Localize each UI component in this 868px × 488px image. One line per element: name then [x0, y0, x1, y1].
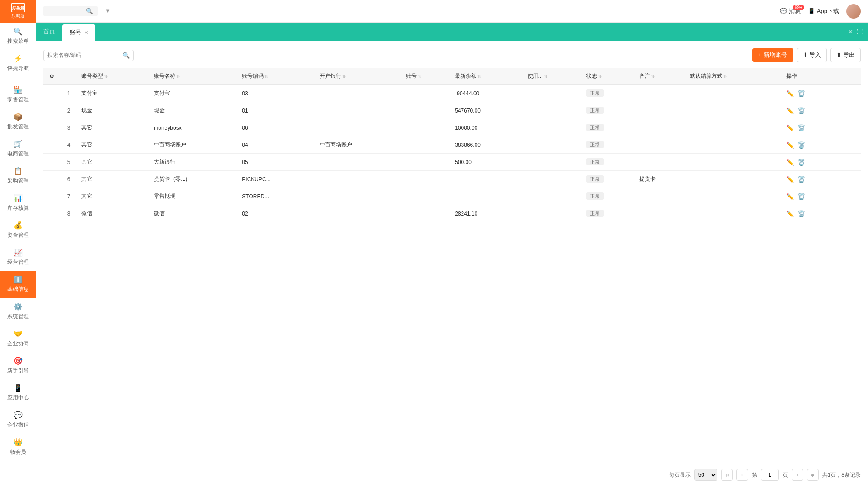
row-account-5	[402, 171, 451, 188]
sidebar-item-retail[interactable]: 🏪 零售管理	[0, 81, 36, 108]
delete-btn-2[interactable]: 🗑️	[797, 124, 805, 131]
row-status-7: 正常	[583, 205, 636, 222]
sidebar-item-weixin[interactable]: 💬 企业微信	[0, 406, 36, 433]
edit-btn-6[interactable]: ✏️	[786, 193, 794, 200]
col-remark[interactable]: 备注⇅	[636, 68, 687, 85]
maximize-icon[interactable]: ⛶	[857, 28, 863, 35]
delete-btn-0[interactable]: 🗑️	[797, 90, 805, 97]
col-account[interactable]: 账号⇅	[402, 68, 451, 85]
row-usage-4	[524, 154, 583, 171]
add-account-button[interactable]: + 新增账号	[752, 48, 793, 62]
pagination-last-btn[interactable]: ⏭	[807, 469, 819, 481]
sidebar-item-search[interactable]: 🔍 搜索菜单	[0, 23, 36, 50]
table-header-row: ⚙ 账号类型⇅ 账号名称⇅ 账号编码⇅ 开户银行⇅ 账号⇅ 最新余额⇅ 使用..…	[43, 68, 861, 85]
row-usage-3	[524, 136, 583, 154]
pagination-next-btn[interactable]: ›	[792, 469, 803, 481]
delete-btn-4[interactable]: 🗑️	[797, 159, 805, 166]
col-num	[60, 68, 78, 85]
tab-close-icon[interactable]: ✕	[84, 30, 88, 36]
topbar-search-input[interactable]	[48, 8, 84, 14]
per-page-select[interactable]: 50 100	[694, 469, 717, 481]
edit-btn-1[interactable]: ✏️	[786, 107, 794, 114]
pagination-first-btn[interactable]: ⏮	[721, 469, 733, 481]
logo: 好生意 乐邦版	[0, 0, 36, 23]
edit-btn-0[interactable]: ✏️	[786, 90, 794, 97]
sidebar-item-wholesale[interactable]: 📦 批发管理	[0, 108, 36, 135]
col-name[interactable]: 账号名称⇅	[150, 68, 238, 85]
topbar-search[interactable]: 🔍	[43, 6, 98, 16]
content-area: 🔍 + 新增账号 ⬇ 导入 ⬆ 导出 ⚙ 账号类型⇅ 账号名称⇅ 账号编码⇅	[36, 41, 868, 488]
export-button[interactable]: ⬆ 导出	[830, 48, 861, 62]
pagination-prev-btn[interactable]: ‹	[736, 469, 748, 481]
edit-btn-4[interactable]: ✏️	[786, 159, 794, 166]
sidebar-item-collab[interactable]: 🤝 企业协同	[0, 325, 36, 352]
import-button[interactable]: ⬇ 导入	[797, 48, 827, 62]
edit-btn-5[interactable]: ✏️	[786, 176, 794, 183]
sidebar-item-basic-info[interactable]: ℹ️ 基础信息	[0, 271, 36, 298]
edit-btn-2[interactable]: ✏️	[786, 124, 794, 131]
row-code-6: STORED...	[238, 188, 316, 205]
col-settings[interactable]: ⚙	[43, 68, 60, 85]
sidebar-item-member[interactable]: 👑 畅会员	[0, 433, 36, 460]
row-code-7: 02	[238, 205, 316, 222]
row-type-1: 现金	[78, 102, 150, 119]
sidebar-item-system[interactable]: ⚙️ 系统管理	[0, 298, 36, 325]
row-default-settle-3	[686, 136, 782, 154]
delete-btn-1[interactable]: 🗑️	[797, 107, 805, 114]
tab-home[interactable]: 首页	[36, 23, 62, 41]
delete-btn-5[interactable]: 🗑️	[797, 176, 805, 183]
topbar-dropdown-icon[interactable]: ▼	[105, 8, 111, 14]
row-balance-1: 547670.00	[451, 102, 524, 119]
message-button[interactable]: 💬 消息 99+	[780, 7, 801, 15]
guide-icon: 🎯	[14, 357, 23, 365]
sidebar: 好生意 乐邦版 🔍 搜索菜单 ⚡ 快捷导航 🏪 零售管理 📦 批发管理 🛒 电商…	[0, 0, 36, 488]
sidebar-item-finance[interactable]: 💰 资金管理	[0, 216, 36, 244]
sidebar-item-quicknav[interactable]: ⚡ 快捷导航	[0, 50, 36, 77]
close-window-icon[interactable]: ✕	[848, 28, 853, 35]
row-type-6: 其它	[78, 188, 150, 205]
sidebar-item-inventory[interactable]: 📊 库存核算	[0, 189, 36, 216]
row-name-2: moneybosx	[150, 119, 238, 136]
delete-btn-6[interactable]: 🗑️	[797, 193, 805, 200]
col-usage[interactable]: 使用...⇅	[524, 68, 583, 85]
col-type[interactable]: 账号类型⇅	[78, 68, 150, 85]
table-row: 3 其它 moneybosx 06 10000.00 正常 ✏️ 🗑️	[43, 119, 861, 136]
delete-btn-3[interactable]: 🗑️	[797, 141, 805, 149]
row-usage-1	[524, 102, 583, 119]
wholesale-icon: 📦	[14, 113, 23, 121]
row-settings-6	[43, 188, 60, 205]
app-download-icon: 📱	[808, 8, 815, 14]
sidebar-item-purchase[interactable]: 📋 采购管理	[0, 162, 36, 189]
row-status-6: 正常	[583, 188, 636, 205]
row-account-6	[402, 188, 451, 205]
row-balance-6	[451, 188, 524, 205]
row-op-6: ✏️ 🗑️	[783, 188, 861, 205]
tab-account[interactable]: 账号 ✕	[62, 24, 95, 41]
row-settings-3	[43, 136, 60, 154]
col-code[interactable]: 账号编码⇅	[238, 68, 316, 85]
col-bank[interactable]: 开户银行⇅	[316, 68, 402, 85]
sidebar-item-operations[interactable]: 📈 经营管理	[0, 244, 36, 271]
row-bank-2	[316, 119, 402, 136]
sidebar-item-ecommerce[interactable]: 🛒 电商管理	[0, 135, 36, 162]
row-remark-6	[636, 188, 687, 205]
search-input[interactable]	[47, 52, 120, 58]
row-bank-7	[316, 205, 402, 222]
row-account-3	[402, 136, 451, 154]
sidebar-item-guide[interactable]: 🎯 新手引导	[0, 352, 36, 379]
table-row: 4 其它 中百商场账户 04 中百商场账户 383866.00 正常 ✏️ 🗑️	[43, 136, 861, 154]
page-input[interactable]	[761, 469, 779, 481]
col-default-settle[interactable]: 默认结算方式⇅	[686, 68, 782, 85]
edit-btn-3[interactable]: ✏️	[786, 141, 794, 149]
delete-btn-7[interactable]: 🗑️	[797, 210, 805, 217]
col-status[interactable]: 状态⇅	[583, 68, 636, 85]
edit-btn-7[interactable]: ✏️	[786, 210, 794, 217]
col-balance[interactable]: 最新余额⇅	[451, 68, 524, 85]
row-name-0: 支付宝	[150, 85, 238, 102]
app-download-button[interactable]: 📱 App下载	[808, 7, 839, 15]
row-op-3: ✏️ 🗑️	[783, 136, 861, 154]
row-code-2: 06	[238, 119, 316, 136]
search-box[interactable]: 🔍	[43, 50, 134, 61]
avatar[interactable]	[846, 4, 861, 19]
sidebar-item-appcenter[interactable]: 📱 应用中心	[0, 379, 36, 406]
